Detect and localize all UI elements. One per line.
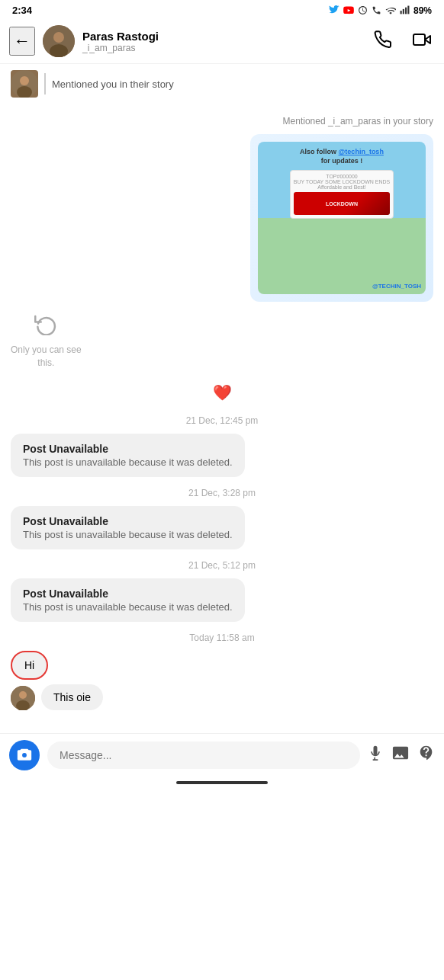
call-button[interactable] bbox=[371, 27, 395, 56]
timestamp-1: 21 Dec, 12:45 pm bbox=[11, 415, 433, 426]
user-info: Paras Rastogi _i_am_paras bbox=[82, 30, 363, 53]
phone-icon bbox=[372, 5, 381, 15]
back-button[interactable]: ← bbox=[9, 27, 35, 56]
story-mention-text: Mentioned you in their story bbox=[52, 78, 174, 90]
message-row-hi: Hi bbox=[11, 651, 433, 680]
svg-rect-9 bbox=[413, 34, 425, 45]
system-story-label: Mentioned _i_am_paras in your story bbox=[11, 116, 433, 127]
bubble-this-oie: This oie bbox=[41, 684, 103, 710]
heart-reaction: ❤️ bbox=[213, 383, 232, 402]
svg-rect-2 bbox=[405, 8, 407, 14]
user-avatar[interactable] bbox=[43, 25, 75, 57]
story-separator bbox=[44, 73, 46, 94]
history-icon bbox=[34, 312, 57, 341]
svg-marker-8 bbox=[425, 36, 430, 43]
message-input[interactable] bbox=[47, 741, 360, 769]
battery-text: 89% bbox=[413, 5, 432, 16]
story-image-message: Also follow @techin_toshfor updates ! TO… bbox=[250, 134, 433, 302]
wifi-icon bbox=[385, 5, 396, 16]
video-icon bbox=[412, 30, 432, 49]
timestamp-2: 21 Dec, 3:28 pm bbox=[11, 488, 433, 498]
alarm-icon bbox=[358, 5, 368, 15]
twitter-icon bbox=[329, 5, 339, 16]
sender-avatar-img bbox=[11, 686, 35, 710]
post-unavailable-title-1: Post Unavailable bbox=[23, 443, 233, 455]
sticker-icon[interactable] bbox=[418, 745, 435, 765]
only-you-notice: Only you can seethis. bbox=[11, 312, 82, 370]
post-unavailable-desc-1: This post is unavailable because it was … bbox=[23, 456, 233, 468]
bubble-hi: Hi bbox=[11, 651, 48, 680]
post-unavailable-2: Post Unavailable This post is unavailabl… bbox=[11, 506, 245, 549]
story-image-bubble: Also follow @techin_toshfor updates ! TO… bbox=[250, 134, 433, 302]
post-unavailable-title-2: Post Unavailable bbox=[23, 515, 233, 527]
signal-icon bbox=[400, 5, 410, 15]
timestamp-3: 21 Dec, 5:12 pm bbox=[11, 560, 433, 571]
post-unavailable-desc-3: This post is unavailable because it was … bbox=[23, 601, 233, 613]
post-unavailable-1: Post Unavailable This post is unavailabl… bbox=[11, 434, 245, 477]
chat-area: Mentioned _i_am_paras in your story Also… bbox=[0, 104, 444, 718]
status-time: 2:34 bbox=[12, 5, 32, 16]
mic-icon[interactable] bbox=[368, 745, 383, 764]
header-actions bbox=[371, 27, 435, 56]
only-you-text: Only you can seethis. bbox=[11, 344, 82, 370]
camera-button[interactable] bbox=[9, 740, 40, 770]
message-input-area bbox=[0, 733, 444, 777]
svg-point-11 bbox=[20, 76, 29, 85]
chat-header: ← Paras Rastogi _i_am_paras bbox=[0, 19, 444, 64]
youtube-icon bbox=[343, 5, 354, 16]
home-indicator bbox=[176, 781, 268, 784]
camera-icon bbox=[17, 748, 32, 763]
svg-rect-3 bbox=[407, 6, 409, 14]
user-handle: _i_am_paras bbox=[82, 43, 363, 53]
video-call-button[interactable] bbox=[409, 27, 435, 56]
avatar-image bbox=[43, 25, 75, 57]
svg-rect-1 bbox=[403, 9, 404, 14]
sender-avatar bbox=[11, 686, 35, 710]
message-row-this-oie: This oie bbox=[11, 684, 433, 710]
post-unavailable-title-3: Post Unavailable bbox=[23, 588, 233, 600]
status-icons: 89% bbox=[329, 5, 432, 16]
story-mention-row: Mentioned you in their story bbox=[0, 64, 444, 104]
status-bar: 2:34 89% bbox=[0, 0, 444, 19]
photo-icon[interactable] bbox=[392, 745, 409, 765]
story-thumbnail bbox=[11, 70, 38, 98]
svg-rect-0 bbox=[401, 11, 402, 14]
bottom-nav-bar bbox=[0, 777, 444, 787]
phone-call-icon bbox=[374, 30, 392, 49]
post-unavailable-desc-2: This post is unavailable because it was … bbox=[23, 529, 233, 540]
story-image-content: Also follow @techin_toshfor updates ! TO… bbox=[258, 142, 426, 294]
svg-point-14 bbox=[19, 691, 27, 699]
timestamp-today: Today 11:58 am bbox=[11, 633, 433, 643]
svg-point-7 bbox=[43, 25, 75, 57]
post-unavailable-3: Post Unavailable This post is unavailabl… bbox=[11, 578, 245, 622]
user-name: Paras Rastogi bbox=[82, 30, 363, 43]
input-icons bbox=[368, 745, 435, 765]
